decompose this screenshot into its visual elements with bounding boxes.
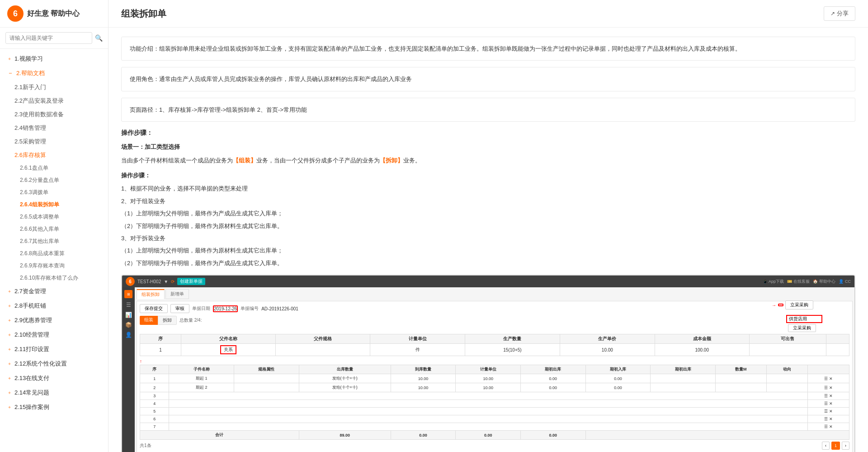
annot-sub-container: ↑ <box>140 359 849 364</box>
mock-sub-td-trend2 <box>766 383 807 392</box>
mock-confirm-btn[interactable]: 立采采购 <box>788 324 816 332</box>
table-row: 5 ☰ ✕ <box>140 408 849 415</box>
mock-sub-td-qm2 <box>715 383 766 392</box>
mock-sub-td-seq7: 7 <box>140 423 169 431</box>
sidebar-item-inventory[interactable]: 2.6库存核算 <box>0 148 108 162</box>
sidebar-item-mobile[interactable]: ＋ 2.8手机旺铺 <box>0 299 108 313</box>
search-box: 🔍 <box>0 28 108 49</box>
mock-sub-td-empty3 <box>169 392 807 400</box>
sidebar-item-install[interactable]: 2.2产品安装及登录 <box>0 94 108 108</box>
plus-icon: ＋ <box>7 56 12 62</box>
sidebar-item-print[interactable]: ＋ 2.11打印设置 <box>0 342 108 357</box>
plus-icon-print: ＋ <box>7 346 12 352</box>
mock-th-saleable: 可出售 <box>749 334 826 344</box>
sidebar-item-coupon[interactable]: ＋ 2.9优惠券管理 <box>0 313 108 328</box>
mock-sub-td-seq4: 4 <box>140 400 169 408</box>
sidebar-item-personalize[interactable]: ＋ 2.12系统个性化设置 <box>0 357 108 371</box>
mock-tab-assembly[interactable]: 组装拆卸 <box>137 289 165 299</box>
share-button[interactable]: ↗ 分享 <box>824 6 855 21</box>
scenario1-section: 场景一：加工类型选择 当由多个子件材料组装成一个成品的业务为【组装】业务，当由一… <box>121 142 855 166</box>
sidebar-item-purchase[interactable]: 2.5采购管理 <box>0 135 108 148</box>
mock-select-material-btn[interactable] <box>778 304 783 306</box>
mock-sub-td-name1: 期起 1 <box>169 374 234 383</box>
mock-td-seq: 1 <box>140 344 181 356</box>
mock-page-prev[interactable]: ‹ <box>822 442 830 450</box>
plus-icon-mobile: ＋ <box>7 303 12 309</box>
mock-sub-th-init-in: 期初入库 <box>585 365 651 374</box>
sidebar-item-cases[interactable]: ＋ 2.15操作案例 <box>0 400 108 414</box>
annot-arrow-up: ↑ <box>140 359 142 364</box>
mock-type-disassembly[interactable]: 拆卸 <box>158 316 177 325</box>
table-row: 1 关系 件 15(10+5) 10.00 <box>140 344 849 356</box>
sidebar-item-data-prep[interactable]: 2.3使用前数据准备 <box>0 108 108 121</box>
sidebar-item-cost-recalc[interactable]: 2.6.8商品成本重算 <box>0 247 108 260</box>
sidebar-item-payment[interactable]: ＋ 2.13在线支付 <box>0 371 108 385</box>
mock-action-btn[interactable]: 立采采购 <box>785 300 813 309</box>
mock-order-value: AD-20191226-001 <box>261 306 298 311</box>
sidebar-item-faq[interactable]: ＋ 2.14常见问题 <box>0 385 108 400</box>
mock-approve-btn[interactable]: 审核 <box>170 304 189 313</box>
sidebar-item-new-user[interactable]: 2.1新手入门 <box>0 81 108 94</box>
mock-type-assembly[interactable]: 组装 <box>140 316 158 325</box>
mock-sub-td-name2: 期起 2 <box>169 383 234 392</box>
mock-type-tabs: 组装 拆卸 <box>140 316 177 325</box>
sidebar-item-stock-query[interactable]: 2.6.9库存账本查询 <box>0 260 108 272</box>
mock-th-parent-name: 父件名称 <box>181 334 275 344</box>
mock-td-parent-name: 关系 <box>181 344 275 356</box>
sidebar-item-stock-error[interactable]: 2.6.10库存账本错了么办 <box>0 272 108 284</box>
mock-sub-td-qm1 <box>715 374 766 383</box>
search-button[interactable]: 🔍 <box>95 34 103 42</box>
plus-icon-ops: ＋ <box>7 332 12 338</box>
disassembly-label: 【拆卸】 <box>380 157 403 164</box>
mock-toolbar-row: 保存提交 审核 单据日期 2019-12-26 单据编号 AD-20191226… <box>140 304 849 313</box>
step-2-1: （1）上部明细为父件明细，最终作为产成品生成其它入库单； <box>121 208 855 219</box>
mock-sub-td-empty4 <box>169 400 807 408</box>
step-3-2: （2）下部明细为子件明细，最终作为产成品生成其它入库单。 <box>121 258 855 268</box>
mock-tab-new[interactable]: 新增单 <box>165 289 189 299</box>
mock-form-area: 保存提交 审核 单据日期 2019-12-26 单据编号 AD-20191226… <box>137 301 853 452</box>
mock-sub-th-init-out2: 期初出库 <box>651 365 716 374</box>
sidebar-item-docs[interactable]: － 2.帮助文档 <box>0 66 108 81</box>
mock-page-1[interactable]: 1 <box>831 442 840 450</box>
mock-icon-chart: 📊 <box>125 312 132 318</box>
mock-th-qty: 生产数量 <box>465 334 560 344</box>
intro-text: 功能介绍：组装拆卸单用来处理企业组装或拆卸等加工业务，支持有固定装配清单的产品加… <box>130 45 741 52</box>
main-content: 组装拆卸单 ↗ 分享 功能介绍：组装拆卸单用来处理企业组装或拆卸等加工业务，支持… <box>108 0 868 452</box>
sidebar-item-other-out[interactable]: 2.6.7其他出库单 <box>0 235 108 247</box>
sidebar-item-assembly[interactable]: 2.6.4组装拆卸单 <box>0 199 108 211</box>
mock-sub-td-unit2: 10.00 <box>456 383 521 392</box>
sidebar-item-video[interactable]: ＋ 1.视频学习 <box>0 52 108 66</box>
sidebar-item-stocktake[interactable]: 2.6.1盘点单 <box>0 162 108 174</box>
sidebar-item-sales[interactable]: 2.4销售管理 <box>0 121 108 135</box>
sidebar-item-ops[interactable]: ＋ 2.10经营管理 <box>0 328 108 342</box>
mock-page-next[interactable]: › <box>842 442 849 450</box>
scenario1-title: 场景一：加工类型选择 <box>121 142 855 152</box>
sidebar-item-other-in[interactable]: 2.6.6其他入库单 <box>0 223 108 235</box>
annotation-bom: → 立采采购 <box>770 300 813 309</box>
mock-create-btn[interactable]: 创建新单据 <box>177 278 205 285</box>
mock-pagination: 共1条 ‹ 1 › <box>140 442 849 450</box>
main-header: 组装拆卸单 ↗ 分享 <box>108 0 868 28</box>
sidebar-nav: ＋ 1.视频学习 － 2.帮助文档 2.1新手入门 2.2产品安装及登录 2.3… <box>0 49 108 452</box>
mock-enable-input[interactable] <box>786 315 822 323</box>
mock-page-controls: ‹ 1 › <box>822 442 849 450</box>
steps-section: 操作步骤： 1、根据不同的业务，选择不同单据的类型来处理 2、对于组装业务 （1… <box>121 170 855 268</box>
sidebar-item-transfer[interactable]: 2.6.3调拨单 <box>0 186 108 199</box>
mock-parent-name-cell: 关系 <box>220 345 236 354</box>
mock-td-price: 10.00 <box>560 344 655 356</box>
table-row: 6 ☰ ✕ <box>140 415 849 423</box>
plus-icon-cases: ＋ <box>7 404 12 410</box>
search-input[interactable] <box>5 32 92 44</box>
sidebar-item-partial-stocktake[interactable]: 2.6.2分量盘点单 <box>0 174 108 186</box>
mock-sub-th-name: 子件名称 <box>169 365 234 374</box>
mock-footer-v2: 0.00 <box>391 431 456 440</box>
sidebar-item-cost-adjust[interactable]: 2.6.5成本调整单 <box>0 211 108 223</box>
mock-td-qty: 15(10+5) <box>465 344 560 356</box>
mock-save-btn[interactable]: 保存提交 <box>140 304 168 313</box>
mock-th-seq: 序 <box>140 334 181 344</box>
path-text: 页面路径：1、库存核算->库存管理->组装拆卸单 2、首页->常用功能 <box>130 106 307 113</box>
sidebar-item-finance[interactable]: ＋ 2.7资金管理 <box>0 284 108 299</box>
mock-td-saleable <box>749 344 826 356</box>
path-block: 页面路径：1、库存核算->库存管理->组装拆卸单 2、首页->常用功能 <box>121 98 855 122</box>
mock-sub-td-empty5 <box>169 408 807 415</box>
